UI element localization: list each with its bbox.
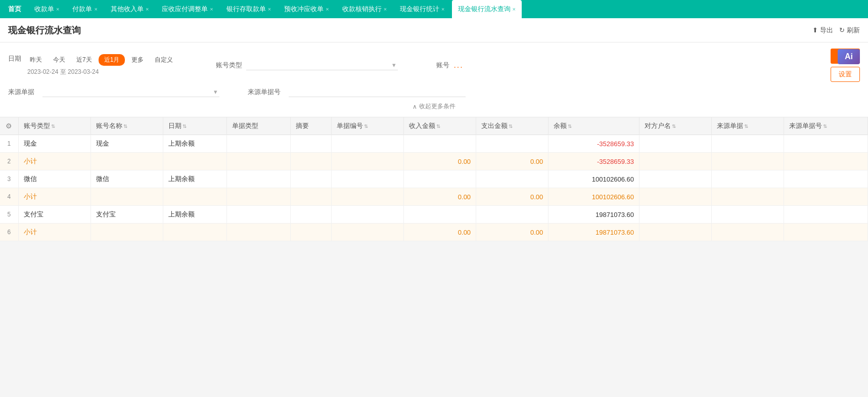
close-icon[interactable]: × [513,6,516,12]
col-account-name[interactable]: 账号名称⇅ [90,117,163,135]
col-source-doc[interactable]: 来源单据⇅ [712,117,784,135]
cell-source-doc [712,135,784,153]
sort-icon: ⇅ [823,123,827,129]
col-balance[interactable]: 余额⇅ [549,117,639,135]
col-account-type[interactable]: 账号类型⇅ [18,117,90,135]
cell-index: 4 [0,188,18,206]
close-icon[interactable]: × [384,6,387,12]
cell-source-doc [712,224,784,241]
close-icon[interactable]: × [94,6,97,12]
cell-expense: 0.00 [476,153,549,170]
filter-row-2: 来源单据 ▾ 来源单据号 [8,87,860,97]
cell-account-type: 小计 [18,153,90,170]
cell-summary [290,206,331,224]
cell-date: 上期余额 [163,206,226,224]
date-btn-custom[interactable]: 自定义 [150,54,177,66]
cell-balance: 19871073.60 [549,224,639,241]
cell-counterpart [639,170,711,188]
cell-expense: 0.00 [476,224,549,241]
close-icon[interactable]: × [146,6,149,12]
nav-home[interactable]: 首页 [2,0,27,18]
cell-balance: 100102606.60 [549,170,639,188]
export-button[interactable]: ⬆ 导出 [812,26,833,35]
source-doc-no-input[interactable] [289,87,466,97]
sort-icon: ⇅ [568,123,572,129]
nav-tab-bank-deposit[interactable]: 银行存取款单 × [220,0,277,18]
cell-account-name [90,153,163,170]
close-icon[interactable]: × [441,6,444,12]
cell-counterpart [639,224,711,241]
cell-index: 6 [0,224,18,241]
date-btn-today[interactable]: 今天 [49,54,70,66]
cell-counterpart [639,135,711,153]
cell-date: 上期余额 [163,170,226,188]
col-date[interactable]: 日期⇅ [163,117,226,135]
cell-date [163,188,226,206]
nav-tab-shoukuan[interactable]: 收款单 × [28,0,65,18]
table-row[interactable]: 6 小计 0.00 0.00 19871073.60 [0,224,868,241]
date-btn-7days[interactable]: 近7天 [72,54,97,66]
col-doc-type[interactable]: 单据类型 [226,117,290,135]
cell-source-doc-no [784,170,868,188]
cell-summary [290,153,331,170]
cell-account-name [90,224,163,241]
nav-tab-other-income[interactable]: 其他收入单 × [105,0,155,18]
nav-tab-cashflow[interactable]: 现金银行流水查询 × [452,0,522,18]
cell-expense [476,170,549,188]
ai-badge[interactable]: Ai [838,49,860,64]
nav-tab-verify[interactable]: 收款核销执行 × [336,0,393,18]
table-row[interactable]: 4 小计 0.00 0.00 100102606.60 [0,188,868,206]
cell-account-type: 小计 [18,188,90,206]
cell-source-doc-no [784,188,868,206]
settings-button[interactable]: 设置 [831,67,860,82]
dots-button[interactable]: ... [453,61,463,70]
col-source-doc-no[interactable]: 来源单据号⇅ [784,117,868,135]
nav-tab-adjust[interactable]: 应收应付调整单 × [156,0,219,18]
cell-doc-type [226,153,290,170]
cell-account-name: 微信 [90,170,163,188]
close-icon[interactable]: × [56,6,59,12]
source-doc-select[interactable]: ▾ [42,87,219,97]
sort-icon: ⇅ [744,123,748,129]
sort-icon: ⇅ [182,123,187,129]
cell-account-name: 现金 [90,135,163,153]
refresh-button[interactable]: ↻ 刷新 [839,26,860,35]
cell-summary [290,188,331,206]
cell-source-doc-no [784,224,868,241]
cell-account-type: 小计 [18,224,90,241]
cell-source-doc-no [784,153,868,170]
date-btn-1month[interactable]: 近1月 [99,54,125,66]
col-summary[interactable]: 摘要 [290,117,331,135]
cell-date [163,153,226,170]
nav-tab-prepay[interactable]: 预收冲应收单 × [278,0,335,18]
cell-doc-no [331,170,403,188]
filter-row-1: 日期 昨天 今天 近7天 近1月 更多 自定义 2023-02-24 至 202… [8,49,860,82]
date-btn-more[interactable]: 更多 [127,54,148,66]
col-settings[interactable]: ⚙ [0,117,18,135]
table-header-row: ⚙ 账号类型⇅ 账号名称⇅ 日期⇅ 单据类型 摘要 单据编号⇅ 收入金额⇅ 支出… [0,117,868,135]
account-type-label: 账号类型 [216,61,242,70]
gear-icon[interactable]: ⚙ [6,122,12,130]
cell-expense [476,135,549,153]
col-expense[interactable]: 支出金额⇅ [476,117,549,135]
close-icon[interactable]: × [210,6,213,12]
close-icon[interactable]: × [268,6,271,12]
col-counterpart[interactable]: 对方户名⇅ [639,117,711,135]
col-doc-no[interactable]: 单据编号⇅ [331,117,403,135]
page-header: 现金银行流水查询 ⬆ 导出 ↻ 刷新 [0,18,868,42]
account-type-select[interactable]: ▾ [246,60,398,70]
nav-tab-fukuan[interactable]: 付款单 × [66,0,103,18]
cell-balance: -3528659.33 [549,153,639,170]
table-row[interactable]: 1 现金 现金 上期余额 -3528659.33 [0,135,868,153]
col-income[interactable]: 收入金额⇅ [403,117,476,135]
date-btn-yesterday[interactable]: 昨天 [25,54,47,66]
table-row[interactable]: 5 支付宝 支付宝 上期余额 19871073.60 [0,206,868,224]
cell-doc-no [331,153,403,170]
collapse-button[interactable]: ∧ 收起更多条件 [8,102,860,111]
cell-date: 上期余额 [163,135,226,153]
page-title: 现金银行流水查询 [8,24,81,36]
close-icon[interactable]: × [326,6,329,12]
table-row[interactable]: 3 微信 微信 上期余额 100102606.60 [0,170,868,188]
nav-tab-stats[interactable]: 现金银行统计 × [394,0,450,18]
table-row[interactable]: 2 小计 0.00 0.00 -3528659.33 [0,153,868,170]
